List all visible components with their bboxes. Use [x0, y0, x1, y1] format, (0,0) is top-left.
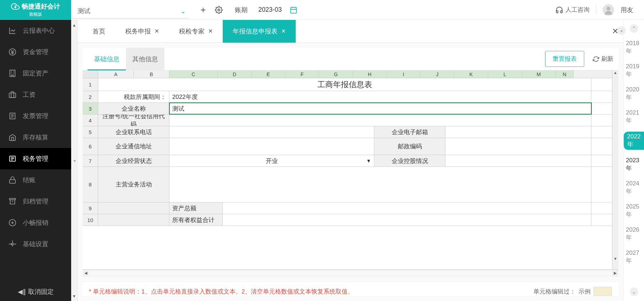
reset-button[interactable]: 重置报表: [545, 51, 584, 67]
cell-period-value[interactable]: 2022年度: [169, 91, 591, 102]
close-icon[interactable]: ✕: [281, 28, 286, 35]
year-2026[interactable]: 2026年: [624, 226, 644, 242]
sidebar-item-settings[interactable]: 基础设置: [0, 233, 71, 255]
cell-status-value[interactable]: 开业▼: [169, 155, 374, 167]
year-2027[interactable]: 2027年: [624, 249, 644, 265]
sidebar-item-invoice[interactable]: 发票管理: [0, 105, 71, 127]
row-header-10[interactable]: 10: [83, 214, 98, 226]
cell-company-name-label[interactable]: 企业名称: [98, 103, 169, 114]
col-header-l[interactable]: L: [488, 70, 522, 78]
col-header-h[interactable]: H: [353, 70, 387, 78]
year-2023[interactable]: 2023年: [624, 156, 644, 173]
cell-holding-label[interactable]: 企业控股情况: [374, 155, 445, 167]
sidebar-item-report-center[interactable]: 云报表中心: [0, 20, 71, 41]
sidebar-item-tax[interactable]: 税务管理: [0, 148, 71, 169]
cell-postal-label[interactable]: 邮政编码: [374, 138, 445, 155]
year-2021[interactable]: 2021年: [624, 109, 644, 125]
tab-tax-declare[interactable]: 税务申报✕: [115, 20, 169, 43]
tab-tax-check[interactable]: 税检专家✕: [169, 20, 223, 43]
sidebar-item-expense[interactable]: 小畅报销: [0, 212, 71, 233]
col-header-n[interactable]: N: [556, 70, 574, 78]
scroll-right-icon[interactable]: ▶: [612, 271, 618, 275]
select-all-corner[interactable]: [83, 70, 98, 78]
year-2024[interactable]: 2024年: [624, 179, 644, 196]
tab-home[interactable]: 首页: [83, 20, 115, 43]
cell-addr-value[interactable]: [169, 138, 374, 155]
tab-annual-report[interactable]: 年报信息申报表✕: [223, 20, 296, 43]
period-value[interactable]: 2023-03: [258, 6, 282, 14]
row-header-1[interactable]: 1: [83, 78, 98, 91]
cell-regno-label[interactable]: 注册号/统一社会信用代码: [98, 115, 169, 126]
row-header-8[interactable]: 8: [83, 167, 98, 202]
cell-postal-value[interactable]: [445, 138, 591, 155]
col-header-f[interactable]: F: [285, 70, 319, 78]
cell-company-name-value[interactable]: 测试: [169, 103, 591, 114]
col-header-g[interactable]: G: [319, 70, 353, 78]
row-header-6[interactable]: 6: [83, 138, 98, 155]
scroll-left-icon[interactable]: ◀: [83, 271, 89, 275]
cell-addr-label[interactable]: 企业通信地址: [98, 138, 169, 155]
cell-r10-empty[interactable]: [98, 214, 169, 226]
scroll-down-icon[interactable]: ▼: [612, 257, 618, 263]
cell-phone-label[interactable]: 企业联系电话: [98, 126, 169, 138]
year-2022[interactable]: 2022年: [624, 132, 644, 150]
row-header-4[interactable]: 4: [83, 115, 98, 126]
scroll-to-bottom-icon[interactable]: ⌄: [630, 287, 638, 296]
cell-email-label[interactable]: 企业电子邮箱: [374, 126, 445, 138]
sidebar-item-close-books[interactable]: 结账: [0, 169, 71, 191]
col-header-j[interactable]: J: [421, 70, 454, 78]
col-header-a[interactable]: A: [98, 70, 134, 78]
close-icon[interactable]: ✕: [208, 28, 213, 35]
year-2025[interactable]: 2025年: [624, 202, 644, 219]
sidebar-collapse-handle[interactable]: ▴ ◂ ▾: [71, 20, 78, 301]
subtab-other-info[interactable]: 其他信息: [126, 48, 164, 70]
org-selector[interactable]: 测试 ⌄: [71, 4, 189, 19]
cell-title[interactable]: 工商年报信息表: [98, 78, 591, 91]
sidebar-item-archive[interactable]: 归档管理: [0, 191, 71, 212]
col-header-c[interactable]: C: [169, 70, 218, 78]
cell-phone-value[interactable]: [169, 126, 374, 138]
cell-assets-label[interactable]: 资产总额: [169, 202, 223, 214]
user-name[interactable]: 用友: [621, 6, 633, 14]
cell-equity-label[interactable]: 所有者权益合计: [169, 214, 223, 226]
scroll-track[interactable]: [89, 271, 612, 276]
sidebar-item-salary[interactable]: 工资: [0, 84, 71, 105]
col-header-e[interactable]: E: [252, 70, 285, 78]
scroll-to-top-icon[interactable]: ⌃: [630, 24, 638, 33]
col-header-d[interactable]: D: [218, 70, 252, 78]
horizontal-scrollbar[interactable]: ◀ ▶: [83, 269, 618, 276]
row-header-3[interactable]: 3: [83, 103, 98, 114]
row-header-2[interactable]: 2: [83, 91, 98, 102]
cell-holding-value[interactable]: [445, 155, 591, 167]
col-header-m[interactable]: M: [522, 70, 556, 78]
year-2020[interactable]: 2020年: [624, 85, 644, 102]
scroll-up-icon[interactable]: ▲: [612, 70, 618, 77]
gear-icon[interactable]: [215, 6, 223, 14]
sidebar-item-funds[interactable]: 资金管理: [0, 41, 71, 63]
cell-mainbiz-value[interactable]: [169, 167, 591, 202]
cell-email-value[interactable]: [445, 126, 591, 138]
cell-status-label[interactable]: 企业经营状态: [98, 155, 169, 167]
row-header-9[interactable]: 9: [83, 202, 98, 214]
cell-mainbiz-label[interactable]: 主营业务活动: [98, 167, 169, 202]
row-header-7[interactable]: 7: [83, 155, 98, 167]
sidebar-item-fixed-assets[interactable]: 固定资产: [0, 63, 71, 84]
year-2019[interactable]: 2019年: [624, 62, 644, 79]
row-header-5[interactable]: 5: [83, 126, 98, 138]
subtab-basic-info[interactable]: 基础信息: [88, 48, 126, 70]
vertical-scrollbar[interactable]: ▲ ▼: [612, 70, 618, 269]
cell-equity-value[interactable]: [223, 214, 591, 226]
cell-regno-value[interactable]: [169, 115, 591, 126]
cell-period-label[interactable]: 税款所属期间：: [98, 91, 169, 102]
close-icon[interactable]: ✕: [154, 28, 159, 35]
cell-assets-value[interactable]: [223, 202, 591, 214]
avatar[interactable]: [603, 4, 614, 16]
col-header-b[interactable]: B: [134, 70, 169, 78]
year-2018[interactable]: 2018年: [624, 39, 644, 56]
cell-r9-empty[interactable]: [98, 202, 169, 214]
col-header-k[interactable]: K: [454, 70, 488, 78]
sidebar-unpin[interactable]: ◀‖ 取消固定: [0, 282, 71, 301]
refresh-button[interactable]: 刷新: [593, 55, 613, 63]
plus-icon[interactable]: [199, 6, 207, 14]
col-header-i[interactable]: I: [387, 70, 421, 78]
